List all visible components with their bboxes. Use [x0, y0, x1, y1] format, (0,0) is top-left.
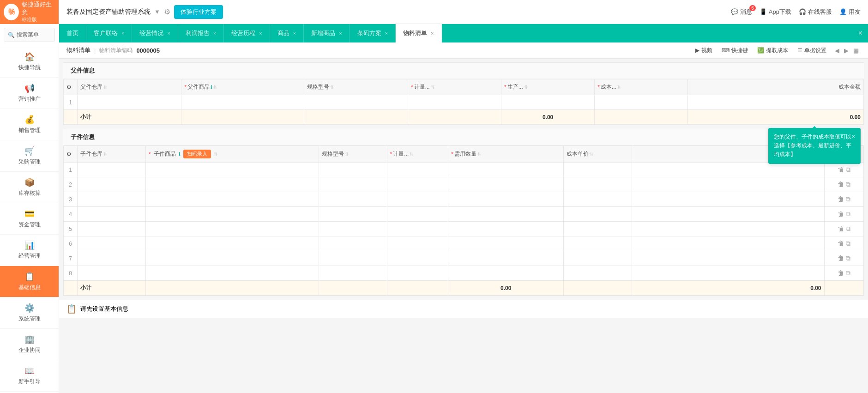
app-download-button[interactable]: 📱 App下载 — [760, 8, 791, 16]
child-cell-spec-7[interactable] — [319, 251, 387, 266]
online-service-button[interactable]: 🎧 在线客服 — [799, 8, 832, 16]
delete-row-1-button[interactable]: 🗑 — [838, 166, 844, 174]
child-cell-qty-unit-6[interactable] — [387, 236, 448, 251]
child-cell-product-5[interactable] — [145, 222, 319, 236]
child-cell-required-qty-6[interactable] — [448, 236, 564, 251]
delete-row-5-button[interactable]: 🗑 — [838, 225, 844, 233]
tab-close-customer[interactable]: × — [121, 30, 124, 36]
tab-close-operations-status[interactable]: × — [167, 30, 170, 36]
child-cell-qty-unit-8[interactable] — [387, 266, 448, 281]
child-cell-warehouse-3[interactable] — [78, 192, 146, 207]
system-dropdown-icon[interactable]: ▼ — [154, 8, 160, 15]
child-cell-spec-2[interactable] — [319, 177, 387, 192]
tooltip-close-button[interactable]: × — [852, 133, 855, 141]
grid-icon[interactable]: ▦ — [851, 46, 861, 55]
child-cell-warehouse-7[interactable] — [78, 251, 146, 266]
child-cell-unit-cost-1[interactable] — [564, 163, 632, 177]
parent-cell-qty-1[interactable] — [408, 95, 501, 110]
child-cell-required-qty-5[interactable] — [448, 222, 564, 236]
child-cell-required-qty-3[interactable] — [448, 192, 564, 207]
child-cell-warehouse-2[interactable] — [78, 177, 146, 192]
child-cell-product-2[interactable] — [145, 177, 319, 192]
child-cell-unit-cost-3[interactable] — [564, 192, 632, 207]
sidebar-item-quick-nav[interactable]: 🏠 快捷导航 — [0, 46, 59, 78]
child-cell-unit-cost-2[interactable] — [564, 177, 632, 192]
sidebar-item-system[interactable]: ⚙️ 系统管理 — [0, 297, 59, 329]
sidebar-item-purchase[interactable]: 🛒 采购管理 — [0, 140, 59, 172]
tab-profit-report[interactable]: 利润报告 × — [178, 24, 224, 42]
delete-row-3-button[interactable]: 🗑 — [838, 195, 844, 203]
single-settings-button[interactable]: ☰ 单据设置 — [795, 45, 829, 56]
tab-home[interactable]: 首页 — [59, 24, 86, 42]
delete-row-8-button[interactable]: 🗑 — [838, 269, 844, 277]
copy-row-3-button[interactable]: ⧉ — [846, 195, 850, 203]
try-solution-button[interactable]: 体验行业方案 — [174, 5, 223, 19]
child-product-info-icon[interactable]: ℹ — [179, 151, 181, 157]
child-cell-qty-unit-5[interactable] — [387, 222, 448, 236]
child-cell-product-3[interactable] — [145, 192, 319, 207]
child-cell-warehouse-4[interactable] — [78, 207, 146, 222]
tab-new-products[interactable]: 新增商品 × — [304, 24, 350, 42]
child-col-settings[interactable]: ⚙ — [64, 146, 78, 163]
parent-cell-production-1[interactable] — [501, 95, 595, 110]
child-cell-required-qty-4[interactable] — [448, 207, 564, 222]
sidebar-item-enterprise[interactable]: 🏢 企业协同 — [0, 329, 59, 360]
sidebar-item-sales[interactable]: 💰 销售管理 — [0, 109, 59, 140]
shortcut-button[interactable]: ⌨ 快捷键 — [719, 45, 751, 56]
delete-row-6-button[interactable]: 🗑 — [838, 240, 844, 248]
copy-row-8-button[interactable]: ⧉ — [846, 269, 850, 277]
tab-close-barcode[interactable]: × — [385, 30, 388, 36]
child-cell-required-qty-2[interactable] — [448, 177, 564, 192]
child-cell-unit-cost-7[interactable] — [564, 251, 632, 266]
copy-row-1-button[interactable]: ⧉ — [846, 166, 850, 174]
view-video-button[interactable]: ▶ 视频 — [693, 45, 715, 56]
tab-bom[interactable]: 物料清单 × — [396, 24, 441, 42]
delete-row-2-button[interactable]: 🗑 — [838, 181, 844, 188]
child-cell-product-6[interactable] — [145, 236, 319, 251]
parent-cell-warehouse-1[interactable] — [78, 95, 181, 110]
child-cell-required-qty-1[interactable] — [448, 163, 564, 177]
child-cell-spec-1[interactable] — [319, 163, 387, 177]
child-cell-qty-unit-1[interactable] — [387, 163, 448, 177]
child-cell-qty-unit-7[interactable] — [387, 251, 448, 266]
settings-icon[interactable]: ⚙ — [164, 7, 170, 16]
child-cell-warehouse-1[interactable] — [78, 163, 146, 177]
copy-row-4-button[interactable]: ⧉ — [846, 210, 850, 218]
scan-input-button[interactable]: 扫码录入 — [183, 150, 211, 158]
parent-cell-product-1[interactable] — [181, 95, 304, 110]
sidebar-item-finance[interactable]: 💳 资金管理 — [0, 203, 59, 235]
child-cell-unit-cost-5[interactable] — [564, 222, 632, 236]
search-menu-button[interactable]: 🔍 搜索菜单 — [4, 28, 55, 42]
child-cell-warehouse-8[interactable] — [78, 266, 146, 281]
child-cell-spec-3[interactable] — [319, 192, 387, 207]
child-cell-required-qty-8[interactable] — [448, 266, 564, 281]
child-cell-product-7[interactable] — [145, 251, 319, 266]
sidebar-item-operations[interactable]: 📊 经营管理 — [0, 235, 59, 266]
tab-close-profit-report[interactable]: × — [213, 30, 216, 36]
child-cell-warehouse-5[interactable] — [78, 222, 146, 236]
child-cell-product-4[interactable] — [145, 207, 319, 222]
delete-row-4-button[interactable]: 🗑 — [838, 210, 844, 218]
tab-close-new-products[interactable]: × — [339, 30, 342, 36]
sidebar-item-guide[interactable]: 📖 新手引导 — [0, 360, 59, 392]
tab-close-products[interactable]: × — [293, 30, 296, 36]
tab-customer[interactable]: 客户联络 × — [86, 24, 132, 42]
child-cell-spec-5[interactable] — [319, 222, 387, 236]
tab-operations-history[interactable]: 经营历程 × — [224, 24, 270, 42]
tab-close-operations-history[interactable]: × — [259, 30, 262, 36]
tab-operations-status[interactable]: 经营情况 × — [132, 24, 178, 42]
child-cell-qty-unit-4[interactable] — [387, 207, 448, 222]
child-cell-spec-8[interactable] — [319, 266, 387, 281]
child-cell-unit-cost-8[interactable] — [564, 266, 632, 281]
sidebar-item-marketing[interactable]: 📢 营销推广 — [0, 78, 59, 109]
sidebar-item-basic-info[interactable]: 📋 基础信息 — [0, 266, 59, 297]
child-cell-product-1[interactable] — [145, 163, 319, 177]
child-cell-spec-4[interactable] — [319, 207, 387, 222]
user-button[interactable]: 👤 用友 — [839, 8, 861, 16]
tab-close-bom[interactable]: × — [431, 30, 434, 36]
child-cell-qty-unit-3[interactable] — [387, 192, 448, 207]
child-cell-product-8[interactable] — [145, 266, 319, 281]
tab-products[interactable]: 商品 × — [270, 24, 304, 42]
tab-barcode[interactable]: 条码方案 × — [350, 24, 396, 42]
tabbar-close-button[interactable]: × — [853, 29, 868, 37]
